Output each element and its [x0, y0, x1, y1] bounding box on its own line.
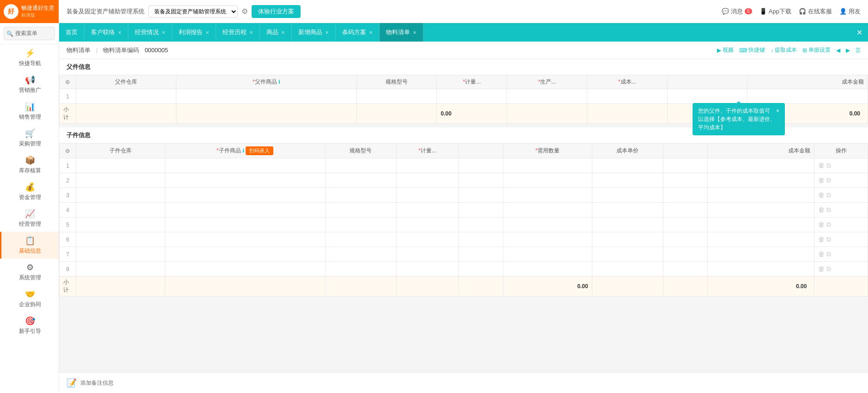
tab-operations-close[interactable]: ✕ [162, 30, 165, 35]
child-row-8-delete[interactable]: 🗑 [818, 265, 825, 273]
expand-icon[interactable]: ☰ [856, 47, 861, 54]
child-row-4-delete[interactable]: 🗑 [818, 206, 825, 214]
tab-product-close[interactable]: ✕ [281, 30, 285, 35]
video-link[interactable]: ▶ 视频 [717, 46, 734, 54]
trial-button[interactable]: 体验行业方案 [252, 5, 301, 18]
tab-home[interactable]: 首页 [59, 23, 84, 42]
child-row-8-copy[interactable]: ⧉ [826, 265, 831, 273]
child-row-7-unit[interactable] [396, 247, 458, 262]
child-row-3-qty[interactable] [503, 188, 592, 203]
tab-close-all[interactable]: ✕ [851, 28, 868, 37]
child-row-6-warehouse[interactable] [76, 232, 165, 247]
tab-profit[interactable]: 利润报告 ✕ [172, 23, 216, 42]
system-selector[interactable]: 装备及固定资产辅助管理系统 [148, 6, 238, 18]
tab-history[interactable]: 经营历程 ✕ [216, 23, 260, 42]
child-row-4-warehouse[interactable] [76, 203, 165, 218]
child-row-5-unit-price[interactable] [592, 218, 663, 232]
child-row-7-unit-price[interactable] [592, 247, 663, 262]
tab-operations[interactable]: 经营情况 ✕ [128, 23, 172, 42]
parent-row-1-product[interactable] [176, 89, 357, 104]
child-row-5-spec[interactable] [325, 218, 396, 232]
child-row-1-delete[interactable]: 🗑 [818, 162, 825, 169]
child-row-7-product[interactable] [165, 247, 325, 262]
sidebar-item-7[interactable]: 📈经营管理 [0, 205, 59, 232]
message-button[interactable]: 💬 消息 6 [722, 7, 752, 16]
child-row-6-delete[interactable]: 🗑 [818, 236, 825, 243]
child-row-2-delete[interactable]: 🗑 [818, 176, 825, 184]
sidebar-item-4[interactable]: 🛒采购管理 [0, 125, 59, 151]
parent-row-1-spec[interactable] [356, 89, 437, 104]
child-row-4-copy[interactable]: ⧉ [826, 206, 831, 214]
tab-customer-close[interactable]: ✕ [118, 30, 121, 35]
nav-prev[interactable]: ◀ [836, 47, 840, 54]
child-row-5-warehouse[interactable] [76, 218, 165, 232]
tab-bom-close[interactable]: ✕ [413, 30, 416, 35]
child-row-2-qty[interactable] [503, 173, 592, 188]
tab-barcode[interactable]: 条码方案 ✕ [336, 23, 380, 42]
child-row-7-copy[interactable]: ⧉ [826, 250, 831, 258]
parent-settings-icon[interactable]: ⚙ [65, 79, 70, 85]
child-row-6-qty[interactable] [503, 232, 592, 247]
doc-settings-link[interactable]: ⊞ 单据设置 [802, 46, 831, 54]
sidebar-item-9[interactable]: ⚙系统管理 [0, 259, 59, 285]
child-row-4-spec[interactable] [325, 203, 396, 218]
child-row-8-unit[interactable] [396, 262, 458, 277]
parent-row-1-prod[interactable] [507, 89, 587, 104]
child-row-1-qty[interactable] [503, 158, 592, 173]
child-row-2-product[interactable] [165, 173, 325, 188]
sidebar-item-5[interactable]: 📦库存核算 [0, 151, 59, 178]
sidebar-item-1[interactable]: ⚡快捷导航 [0, 44, 59, 71]
child-row-1-copy[interactable]: ⧉ [826, 162, 831, 169]
child-row-2-spec[interactable] [325, 173, 396, 188]
child-row-4-unit-price[interactable] [592, 203, 663, 218]
tab-new-product[interactable]: 新增商品 ✕ [292, 23, 336, 42]
child-row-5-delete[interactable]: 🗑 [818, 221, 825, 229]
child-row-3-spec[interactable] [325, 188, 396, 203]
settings-button[interactable]: ⚙ [241, 7, 248, 16]
child-row-7-delete[interactable]: 🗑 [818, 250, 825, 258]
child-settings-icon[interactable]: ⚙ [65, 148, 70, 154]
child-row-1-unit[interactable] [396, 158, 458, 173]
child-row-3-product[interactable] [165, 188, 325, 203]
online-service-button[interactable]: 🎧 在线客服 [799, 7, 832, 16]
child-row-7-qty[interactable] [503, 247, 592, 262]
child-row-1-unit-price[interactable] [592, 158, 663, 173]
child-row-4-unit[interactable] [396, 203, 458, 218]
tab-bom[interactable]: 物料清单 ✕ [380, 23, 423, 42]
child-row-7-warehouse[interactable] [76, 247, 165, 262]
tab-history-close[interactable]: ✕ [249, 30, 253, 35]
child-row-8-warehouse[interactable] [76, 262, 165, 277]
tab-profit-close[interactable]: ✕ [205, 30, 209, 35]
sidebar-item-6[interactable]: 💰资金管理 [0, 178, 59, 205]
sidebar-search-button[interactable]: 🔍 搜索菜单 [4, 27, 55, 40]
child-row-2-copy[interactable]: ⧉ [826, 176, 831, 184]
child-row-8-spec[interactable] [325, 262, 396, 277]
child-row-3-copy[interactable]: ⧉ [826, 191, 831, 199]
parent-row-1-warehouse[interactable] [76, 89, 176, 104]
child-row-5-copy[interactable]: ⧉ [826, 221, 831, 229]
child-row-6-spec[interactable] [325, 232, 396, 247]
child-row-5-qty[interactable] [503, 218, 592, 232]
extract-cost-link[interactable]: ↓ 提取成本 [771, 46, 797, 54]
child-row-8-product[interactable] [165, 262, 325, 277]
sidebar-item-8[interactable]: 📋基础信息 [0, 232, 59, 259]
tooltip-close-button[interactable]: × [776, 107, 779, 115]
child-row-8-unit-price[interactable] [592, 262, 663, 277]
child-row-4-product[interactable] [165, 203, 325, 218]
child-row-1-warehouse[interactable] [76, 158, 165, 173]
child-row-8-qty[interactable] [503, 262, 592, 277]
child-row-3-unit-price[interactable] [592, 188, 663, 203]
nav-next[interactable]: ▶ [846, 47, 850, 54]
child-row-5-unit[interactable] [396, 218, 458, 232]
child-row-2-unit-price[interactable] [592, 173, 663, 188]
child-row-6-unit[interactable] [396, 232, 458, 247]
child-row-5-product[interactable] [165, 218, 325, 232]
child-row-6-unit-price[interactable] [592, 232, 663, 247]
tab-customer[interactable]: 客户联络 ✕ [84, 23, 128, 42]
user-menu[interactable]: 👤 用友 [839, 7, 861, 16]
child-row-3-unit[interactable] [396, 188, 458, 203]
parent-row-1-cost[interactable] [587, 89, 668, 104]
tab-new-product-close[interactable]: ✕ [325, 30, 329, 35]
scan-button[interactable]: 扫码录入 [246, 146, 273, 155]
sidebar-item-3[interactable]: 📊销售管理 [0, 98, 59, 125]
